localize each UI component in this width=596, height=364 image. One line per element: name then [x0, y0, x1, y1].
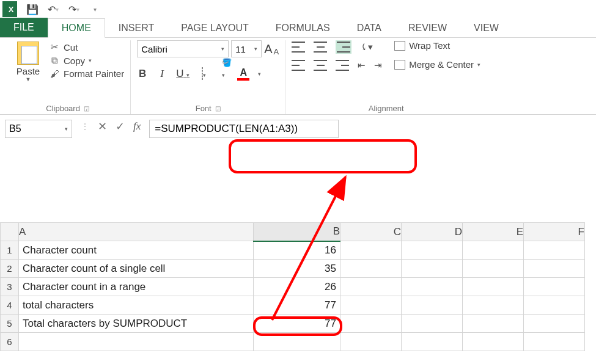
row-header[interactable]: 6 — [1, 333, 19, 351]
row-header[interactable]: 2 — [1, 260, 19, 278]
cancel-formula-button[interactable]: ✕ — [98, 120, 107, 133]
redo-button[interactable]: ↷▾ — [66, 2, 82, 16]
tab-data[interactable]: DATA — [344, 19, 395, 37]
bold-button[interactable]: B — [137, 68, 148, 80]
fill-color-button[interactable]: ▾ — [218, 68, 229, 80]
cell[interactable] — [463, 296, 524, 315]
font-color-button[interactable]: A — [237, 67, 249, 81]
ribbon: Paste ▼ ✂Cut ⧉Copy ▾ 🖌Format Painter Cli… — [0, 38, 596, 115]
merge-center-button[interactable]: Merge & Center ▾ — [394, 59, 480, 70]
row-header[interactable]: 3 — [1, 278, 19, 296]
cell[interactable] — [524, 315, 585, 333]
select-all-corner[interactable] — [1, 223, 19, 241]
paste-button[interactable]: Paste ▼ — [11, 40, 45, 82]
cut-button[interactable]: ✂Cut — [49, 42, 124, 53]
cell[interactable] — [524, 278, 585, 296]
insert-function-button[interactable]: fx — [133, 120, 141, 133]
group-label-alignment: Alignment — [369, 104, 404, 113]
cell[interactable] — [524, 260, 585, 278]
grow-font-button[interactable]: A — [264, 42, 272, 56]
cell[interactable] — [340, 278, 402, 296]
format-painter-button[interactable]: 🖌Format Painter — [49, 68, 124, 79]
cell[interactable] — [463, 278, 524, 296]
decrease-indent-button[interactable]: ⇤ — [358, 60, 366, 71]
cell[interactable] — [402, 241, 463, 260]
cell[interactable] — [340, 333, 402, 351]
dialog-launcher-icon[interactable]: ◲ — [215, 105, 221, 112]
tab-page-layout[interactable]: PAGE LAYOUT — [167, 19, 262, 37]
col-header-A[interactable]: A — [19, 223, 254, 241]
cell[interactable]: 35 — [254, 260, 340, 278]
cell[interactable] — [19, 333, 254, 351]
cell[interactable] — [402, 296, 463, 315]
cell[interactable] — [524, 296, 585, 315]
cell[interactable] — [402, 333, 463, 351]
copy-button[interactable]: ⧉Copy ▾ — [49, 55, 124, 66]
align-middle-button[interactable] — [314, 42, 327, 53]
cell[interactable] — [340, 315, 402, 333]
undo-button[interactable]: ↶▾ — [45, 2, 61, 16]
cell[interactable]: 77 — [254, 296, 340, 315]
row-header[interactable]: 1 — [1, 241, 19, 260]
cell[interactable] — [340, 241, 402, 260]
cell[interactable]: Character count — [19, 241, 254, 260]
group-clipboard: Paste ▼ ✂Cut ⧉Copy ▾ 🖌Format Painter Cli… — [5, 40, 131, 114]
cell[interactable] — [340, 260, 402, 278]
cell[interactable] — [402, 315, 463, 333]
formula-input[interactable]: =SUMPRODUCT(LEN(A1:A3)) — [149, 120, 339, 138]
cell[interactable] — [524, 333, 585, 351]
increase-indent-button[interactable]: ⇥ — [374, 60, 382, 71]
cell[interactable] — [254, 333, 340, 351]
cell[interactable] — [463, 260, 524, 278]
tab-file[interactable]: FILE — [0, 18, 48, 37]
shrink-font-button[interactable]: A — [274, 47, 279, 56]
tab-insert[interactable]: INSERT — [105, 19, 167, 37]
tab-home[interactable]: HOME — [48, 18, 105, 38]
scissors-icon: ✂ — [49, 42, 60, 53]
row-header[interactable]: 5 — [1, 315, 19, 333]
col-header-F[interactable]: F — [524, 223, 585, 241]
italic-button[interactable]: I — [156, 68, 167, 80]
col-header-E[interactable]: E — [463, 223, 524, 241]
cell[interactable]: 26 — [254, 278, 340, 296]
cell[interactable]: total characters — [19, 296, 254, 315]
cell[interactable]: 16 — [254, 241, 340, 260]
cell[interactable] — [463, 315, 524, 333]
save-icon[interactable]: 💾 — [24, 2, 40, 16]
cell-B5[interactable]: 77 — [254, 315, 340, 333]
cell[interactable] — [463, 241, 524, 260]
col-header-C[interactable]: C — [340, 223, 402, 241]
align-center-button[interactable] — [314, 60, 327, 71]
qat-customize-icon[interactable]: ▾ — [87, 2, 103, 16]
underline-button[interactable]: U ▾ — [176, 68, 189, 80]
enter-formula-button[interactable]: ✓ — [116, 120, 125, 133]
dialog-launcher-icon[interactable]: ◲ — [84, 105, 89, 112]
merge-icon — [394, 60, 405, 70]
cell[interactable]: Character count of a single cell — [19, 260, 254, 278]
col-header-D[interactable]: D — [402, 223, 463, 241]
tab-formulas[interactable]: FORMULAS — [262, 19, 344, 37]
align-top-button[interactable] — [292, 42, 305, 53]
align-right-button[interactable] — [336, 60, 349, 71]
row-header[interactable]: 4 — [1, 296, 19, 315]
tab-view[interactable]: VIEW — [460, 19, 512, 37]
align-left-button[interactable] — [292, 60, 305, 71]
orientation-button[interactable]: ⤹▾ — [360, 42, 373, 53]
cell[interactable] — [402, 278, 463, 296]
name-box[interactable]: B5▾ — [5, 120, 72, 138]
cell[interactable]: Character count in a range — [19, 278, 254, 296]
col-header-B[interactable]: B — [254, 223, 340, 241]
cell[interactable]: Total characters by SUMPRODUCT — [19, 315, 254, 333]
wrap-text-button[interactable]: Wrap Text — [394, 40, 480, 51]
cell[interactable] — [524, 241, 585, 260]
cell[interactable] — [402, 260, 463, 278]
cell[interactable] — [463, 333, 524, 351]
font-size-select[interactable]: 11▾ — [231, 40, 262, 57]
tab-review[interactable]: REVIEW — [395, 19, 460, 37]
menu-dots-icon[interactable]: ⋮ — [81, 122, 89, 131]
cell[interactable] — [340, 296, 402, 315]
borders-button[interactable]: ▾ — [198, 68, 209, 80]
align-bottom-button[interactable] — [336, 40, 351, 54]
worksheet-grid[interactable]: A B C D E F 1Character count16 2Characte… — [0, 222, 596, 351]
font-name-select[interactable]: Calibri▾ — [137, 40, 229, 57]
